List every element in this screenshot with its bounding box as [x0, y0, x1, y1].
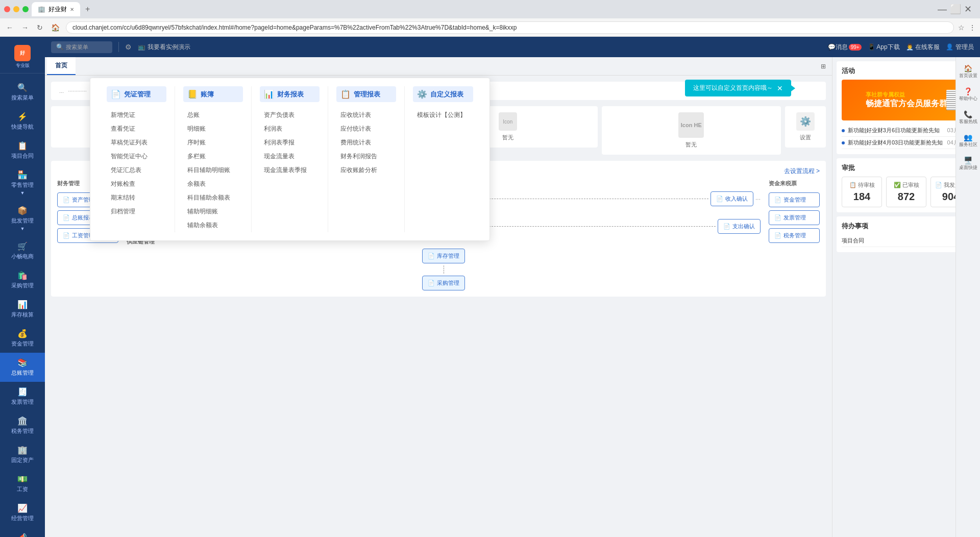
active-tab[interactable]: 🏢 好业财 ✕ [32, 2, 80, 16]
restore-win-icon[interactable]: ⬜ [950, 4, 961, 15]
flow-expense-confirm[interactable]: 📄 支出确认 [718, 219, 761, 234]
minimize-win-icon[interactable]: — [938, 4, 947, 15]
menu-search-box[interactable]: 🔍 搜索菜单 [51, 41, 112, 53]
sidebar-item-salary[interactable]: 💵 工资 [0, 469, 45, 498]
menu-item-draft-voucher[interactable]: 草稿凭证列表 [107, 136, 166, 150]
sidebar-item-tax[interactable]: 🏛️ 税务管理 [0, 411, 45, 440]
menu-item-account-check[interactable]: 对账检查 [107, 177, 166, 191]
flow-fund-mgmt[interactable]: 📄 资金管理 [769, 192, 820, 207]
icon-card-he[interactable]: Icon HE 暂无 [602, 106, 781, 155]
menu-item-subject-detail[interactable]: 科目辅助明细账 [183, 163, 243, 177]
menu-item-subject-balance[interactable]: 科目辅助余额表 [183, 191, 243, 205]
desktop-icon: 🖥️ [959, 156, 977, 164]
bookmark-icon[interactable]: ☆ [958, 23, 965, 32]
menu-item-finance-profit[interactable]: 财务利润报告 [336, 150, 396, 163]
menu-item-template-design[interactable]: 模板设计【公测】 [413, 108, 473, 122]
menu-item-smart-voucher[interactable]: 智能凭证中心 [107, 150, 166, 163]
sidebar-item-wholesale[interactable]: 📦 批发管理 ▼ [0, 201, 45, 236]
sidebar-item-sales[interactable]: 📣 小畅销售 [0, 527, 45, 537]
customize-text: 这里可以自定义首页内容哦～ [693, 84, 773, 92]
sidebar-item-purchase[interactable]: 🛍️ 采购管理 [0, 265, 45, 295]
menu-section-voucher-header: 📄 凭证管理 [107, 86, 166, 102]
flow-tax-mgmt[interactable]: 📄 税务管理 [769, 228, 820, 243]
menu-item-archive[interactable]: 归档管理 [107, 205, 166, 218]
back-button[interactable]: ← [4, 22, 15, 33]
sidebar-item-retail[interactable]: 🏪 零售管理 ▼ [0, 165, 45, 201]
approved-icon: ✅ [894, 182, 901, 188]
icon-label-4: 暂无 [685, 141, 697, 149]
setup-flow-link[interactable]: 去设置流程 > [784, 167, 820, 176]
menu-item-cashflow[interactable]: 现金流量表 [260, 150, 320, 163]
settings-icon-card[interactable]: ⚙️ 设置 [785, 106, 826, 148]
forward-button[interactable]: → [19, 22, 31, 33]
sidebar-item-invoice[interactable]: 🧾 发票管理 [0, 382, 45, 411]
sidebar-item-operations[interactable]: 📈 经营管理 [0, 498, 45, 527]
menu-item-new-voucher[interactable]: 新增凭证 [107, 108, 166, 122]
home-settings-icon: 🏠 [959, 64, 977, 72]
minimize-button[interactable] [13, 6, 19, 12]
more-dots: ··· [755, 196, 761, 203]
sidebar-item-assets[interactable]: 🏢 固定资产 [0, 440, 45, 469]
flow-invoice-mgmt[interactable]: 📄 发票管理 [769, 210, 820, 225]
menu-item-cashflow-quarterly[interactable]: 现金流量表季报 [260, 163, 320, 177]
menu-item-sequence-ledger[interactable]: 序时账 [183, 136, 243, 150]
flow-income-confirm[interactable]: 📄 收入确认 [710, 191, 753, 206]
app-download-button[interactable]: 📱 App下载 [868, 43, 900, 52]
demo-button[interactable]: 📺 我要看实例演示 [138, 43, 190, 52]
menu-item-expense-stat[interactable]: 费用统计表 [336, 136, 396, 150]
menu-item-balance-sheet[interactable]: 资产负债表 [260, 108, 320, 122]
sidebar-item-inventory[interactable]: 📊 库存核算 [0, 295, 45, 324]
url-input[interactable] [66, 21, 954, 34]
close-button[interactable] [4, 6, 10, 12]
sidebar-item-project[interactable]: 📋 项目合同 [0, 136, 45, 165]
sidebar-item-search[interactable]: 🔍 搜索菜单 [0, 78, 45, 107]
menu-item-ar-aging[interactable]: 应收账龄分析 [336, 163, 396, 177]
sidebar-item-ledger[interactable]: 📚 总账管理 [0, 353, 45, 382]
community-label: 服务社区 [959, 141, 977, 148]
menu-item-voucher-summary[interactable]: 凭证汇总表 [107, 163, 166, 177]
message-icon: 💬 [828, 43, 836, 51]
maximize-button[interactable] [22, 6, 29, 12]
quick-community[interactable]: 👥 服务社区 [958, 130, 978, 151]
ledger-section-icon: 📒 [187, 89, 198, 99]
menu-item-aux-detail[interactable]: 辅助明细账 [183, 205, 243, 218]
flow-purchase[interactable]: 📄 采购管理 [422, 276, 465, 290]
quick-home-settings[interactable]: 🏠 首页设置 [958, 61, 978, 82]
purchase-box-icon: 📄 [428, 280, 435, 286]
quick-help-center[interactable]: ❓ 帮助中心 [958, 84, 978, 105]
menu-item-income-stmt[interactable]: 利润表 [260, 122, 320, 136]
quick-desktop[interactable]: 🖥️ 桌面快捷 [958, 153, 978, 174]
new-tab-button[interactable]: + [82, 4, 93, 15]
sidebar-item-finance[interactable]: 💰 资金管理 [0, 324, 45, 353]
tab-close-icon[interactable]: ✕ [70, 7, 74, 12]
menu-item-period-close[interactable]: 期末结转 [107, 191, 166, 205]
expand-icon[interactable]: ⊞ [821, 63, 826, 70]
user-menu-button[interactable]: 👤 管理员 [946, 43, 974, 52]
online-service-button[interactable]: 👨‍💼 在线客服 [906, 43, 940, 52]
customize-banner: 这里可以自定义首页内容哦～ ✕ [685, 80, 791, 96]
menu-item-aux-balance[interactable]: 辅助余额表 [183, 218, 243, 232]
sidebar-item-quicknav[interactable]: ⚡ 快捷导航 [0, 107, 45, 136]
menu-item-receivable-stat[interactable]: 应收统计表 [336, 108, 396, 122]
menu-item-detail-ledger[interactable]: 明细账 [183, 122, 243, 136]
refresh-button[interactable]: ↻ [35, 22, 45, 33]
banner-close-button[interactable]: ✕ [777, 84, 783, 92]
flow-inventory[interactable]: 📄 库存管理 [422, 249, 465, 263]
tab-home[interactable]: 首页 [47, 57, 76, 75]
approval-approved[interactable]: ✅ 已审核 872 [886, 177, 926, 207]
home-nav-button[interactable]: 🏠 [49, 22, 62, 33]
address-bar: ← → ↻ 🏠 ☆ ⋮ [0, 18, 980, 37]
quick-hotline[interactable]: 📞 客服热线 [958, 107, 978, 128]
extension-icon[interactable]: ⋮ [969, 23, 976, 32]
approval-pending[interactable]: 📋 待审核 184 [842, 177, 882, 207]
menu-item-general-ledger[interactable]: 总账 [183, 108, 243, 122]
menu-item-multi-col-ledger[interactable]: 多栏账 [183, 150, 243, 163]
close-win-icon[interactable]: ✕ [964, 4, 972, 15]
menu-item-balance-table[interactable]: 余额表 [183, 177, 243, 191]
settings-nav-icon[interactable]: ⚙ [125, 43, 132, 51]
menu-item-view-voucher[interactable]: 查看凭证 [107, 122, 166, 136]
message-button[interactable]: 💬 消息 99+ [828, 43, 862, 52]
sidebar-item-ecommerce[interactable]: 🛒 小畅电商 [0, 236, 45, 265]
menu-item-income-quarterly[interactable]: 利润表季报 [260, 136, 320, 150]
menu-item-payable-stat[interactable]: 应付统计表 [336, 122, 396, 136]
